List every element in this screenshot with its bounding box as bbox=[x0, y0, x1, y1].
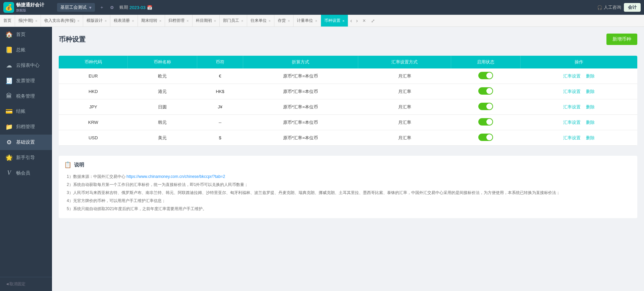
sidebar-item-ledger[interactable]: 📒 总账 bbox=[0, 42, 52, 58]
close-icon[interactable]: × bbox=[186, 19, 189, 23]
tab-inventory[interactable]: 存货× bbox=[274, 15, 293, 27]
col-calc: 折算方式 bbox=[243, 56, 358, 68]
status-toggle[interactable] bbox=[478, 72, 493, 79]
service-button[interactable]: 🎧 人工咨询 bbox=[597, 4, 621, 10]
topbar-right: 🎧 人工咨询 会计 bbox=[597, 3, 641, 12]
close-all-tabs-button[interactable]: × bbox=[360, 18, 368, 24]
cell-calc: 原币*汇率=本位币 bbox=[243, 68, 358, 84]
rate-settings-link[interactable]: 汇率设置 bbox=[563, 104, 581, 109]
close-icon[interactable]: × bbox=[269, 19, 271, 23]
cell-calc: 原币*汇率=本位币 bbox=[243, 84, 358, 99]
notes-item: 4）无官方牌价的币种，可以用用户手工维护汇率信息； bbox=[67, 197, 632, 205]
tab-mid-report[interactable]: 报(中期)× bbox=[15, 15, 41, 27]
sidebar-item-tax[interactable]: 🏛 税务管理 bbox=[0, 89, 52, 104]
status-toggle[interactable] bbox=[478, 87, 493, 95]
rate-settings-link[interactable]: 汇率设置 bbox=[563, 89, 581, 94]
sidebar-item-invoice[interactable]: 🧾 发票管理 bbox=[0, 73, 52, 89]
close-icon[interactable]: × bbox=[105, 19, 107, 23]
delete-link[interactable]: 删除 bbox=[586, 104, 595, 109]
sidebar-label: 云报表中心 bbox=[16, 62, 40, 68]
tab-prev-button[interactable]: ‹ bbox=[348, 15, 354, 27]
sidebar-label: 基础设置 bbox=[16, 139, 35, 145]
sidebar-item-home[interactable]: 🏠 首页 bbox=[0, 27, 52, 42]
delete-link[interactable]: 删除 bbox=[586, 74, 595, 79]
rate-settings-link[interactable]: 汇率设置 bbox=[563, 74, 581, 79]
delete-link[interactable]: 删除 bbox=[586, 120, 595, 125]
close-icon[interactable]: × bbox=[241, 19, 243, 23]
tab-contacts[interactable]: 往来单位× bbox=[247, 15, 274, 27]
close-icon[interactable]: × bbox=[342, 19, 344, 23]
close-icon[interactable]: × bbox=[315, 19, 317, 23]
tab-label: 归档管理 bbox=[168, 18, 184, 23]
col-code: 币种代码 bbox=[59, 56, 128, 68]
col-rate-method: 汇率设置方式 bbox=[358, 56, 451, 68]
toggle-thumb bbox=[486, 134, 492, 140]
new-currency-button[interactable]: 新增币种 bbox=[606, 34, 637, 45]
tab-archive[interactable]: 归档管理× bbox=[165, 15, 192, 27]
tab-home[interactable]: 首页 bbox=[0, 15, 15, 27]
period-label: 账期 bbox=[119, 4, 128, 10]
add-tab-button[interactable]: ＋ bbox=[98, 3, 106, 12]
expand-icon[interactable]: ⤢ bbox=[368, 18, 378, 23]
tab-label: 科目期初 bbox=[196, 18, 212, 23]
company-selector[interactable]: 基层工会测试 ▾ bbox=[57, 3, 95, 12]
sidebar-item-settings[interactable]: ⚙ 基础设置 bbox=[0, 135, 52, 150]
status-toggle[interactable] bbox=[478, 118, 493, 126]
headset-icon: 🎧 bbox=[597, 5, 602, 10]
account-button[interactable]: 会计 bbox=[624, 3, 641, 12]
calendar-icon[interactable]: 📅 bbox=[147, 5, 152, 10]
close-icon[interactable]: × bbox=[159, 19, 161, 23]
sidebar-item-checkout[interactable]: 💳 结账 bbox=[0, 104, 52, 119]
main-layout: 🏠 首页 📒 总账 ☁ 云报表中心 🧾 发票管理 🏛 税务管理 💳 结账 📁 归… bbox=[0, 27, 644, 291]
close-icon[interactable]: × bbox=[35, 19, 37, 23]
table-row: USD 美元 $ 原币*汇率=本位币 月汇率 汇率设置 删除 bbox=[59, 130, 637, 146]
notes-item: 5）系统只能自动抓取2021年度后的汇率，之前年度汇率需要用用户手工维护。 bbox=[67, 205, 632, 213]
status-toggle[interactable] bbox=[478, 103, 493, 110]
toggle-thumb bbox=[486, 88, 492, 94]
tab-unit[interactable]: 计量单位× bbox=[293, 15, 321, 27]
page-title: 币种设置 bbox=[59, 35, 86, 44]
delete-link[interactable]: 删除 bbox=[586, 89, 595, 94]
delete-link[interactable]: 删除 bbox=[586, 135, 595, 140]
tab-period-transfer[interactable]: 期末结转× bbox=[138, 15, 165, 27]
cell-name: 欧元 bbox=[128, 68, 197, 84]
cell-status bbox=[451, 84, 521, 99]
toggle-track bbox=[478, 103, 493, 110]
tab-tax-list[interactable]: 税表清册× bbox=[110, 15, 138, 27]
company-name: 基层工会测试 bbox=[60, 4, 87, 10]
close-icon[interactable]: × bbox=[214, 19, 216, 23]
app-name: 畅捷通好会计 bbox=[16, 2, 44, 8]
table-row: EUR 欧元 € 原币*汇率=本位币 月汇率 汇率设置 删除 bbox=[59, 68, 637, 84]
rate-settings-link[interactable]: 汇率设置 bbox=[563, 120, 581, 125]
cell-symbol: $ bbox=[197, 130, 243, 146]
tab-currency[interactable]: 币种设置× bbox=[321, 15, 348, 27]
tab-account-init[interactable]: 科目期初× bbox=[193, 15, 220, 27]
notes-link[interactable]: https://www.chinamoney.com.cn/chinese/bk… bbox=[126, 174, 225, 179]
cell-rate-method: 月汇率 bbox=[358, 130, 451, 146]
cell-name: 日圆 bbox=[128, 99, 197, 115]
cell-status bbox=[451, 115, 521, 130]
settings-icon[interactable]: ⚙ bbox=[108, 4, 116, 11]
tab-annual-report[interactable]: 收入支出表(年报)× bbox=[41, 15, 83, 27]
tab-next-button[interactable]: › bbox=[354, 15, 360, 27]
close-icon[interactable]: × bbox=[288, 19, 290, 23]
toggle-track bbox=[478, 118, 493, 126]
rate-settings-link[interactable]: 汇率设置 bbox=[563, 135, 581, 140]
close-icon[interactable]: × bbox=[77, 19, 79, 23]
sidebar-item-member[interactable]: V 畅会员 bbox=[0, 165, 52, 181]
tab-department[interactable]: 部门员工× bbox=[220, 15, 247, 27]
sidebar-item-reports[interactable]: ☁ 云报表中心 bbox=[0, 58, 52, 73]
sidebar-item-guide[interactable]: 🌟 新手引导 bbox=[0, 150, 52, 165]
sidebar-item-archive[interactable]: 📁 归档管理 bbox=[0, 119, 52, 135]
sidebar-pin-button[interactable]: ◄取消固定 bbox=[0, 277, 52, 291]
top-bar: 💰 畅捷通好会计 旗舰版 基层工会测试 ▾ ＋ ⚙ 账期 2023-03 📅 🎧… bbox=[0, 0, 644, 15]
archive-icon: 📁 bbox=[5, 123, 13, 131]
cell-code: USD bbox=[59, 130, 128, 146]
notes-item: 3）人民币对马来西亚林吉特、俄罗斯卢布、南非兰特、韩元、阿联酋迪拉姆、沙特里亚尔… bbox=[67, 189, 632, 197]
status-toggle[interactable] bbox=[478, 134, 493, 141]
tab-template[interactable]: 模版设计× bbox=[83, 15, 110, 27]
cell-code: KRW bbox=[59, 115, 128, 130]
close-icon[interactable]: × bbox=[132, 19, 134, 23]
cell-actions: 汇率设置 删除 bbox=[521, 99, 637, 115]
chevron-down-icon: ▾ bbox=[89, 5, 92, 10]
